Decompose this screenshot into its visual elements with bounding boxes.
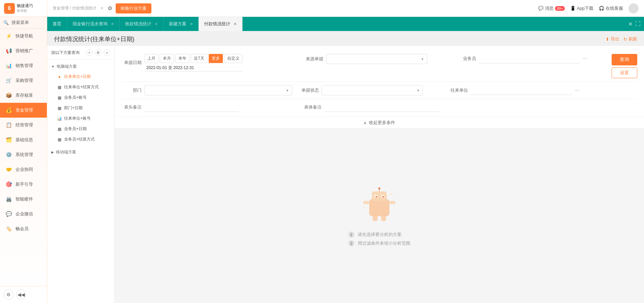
sidebar-item-finance[interactable]: 💰 资金管理 [0,103,47,118]
topbar-settings-icon[interactable]: ⚙ [108,5,112,11]
sidebar-item-inventory[interactable]: 📦 库存核算 [0,88,47,103]
date-range-input[interactable] [144,64,242,71]
sidebar-item-hardware[interactable]: 🖨️ 智能硬件 [0,192,47,207]
salesperson-filter: 业务员 ··· [456,54,602,63]
tab-collection-close[interactable]: ✕ [155,22,158,26]
svg-point-13 [394,197,395,198]
svg-rect-11 [381,214,386,221]
sidebar-item-guide[interactable]: 🎯 新手引导 [0,177,47,192]
sidebar-item-purchase[interactable]: 🛒 采购管理 [0,73,47,88]
messages-btn[interactable]: 💬 消息 99+ [538,5,565,11]
sidebar-label: 智能硬件 [16,196,33,202]
date-this-year-btn[interactable]: 本年 [175,54,189,63]
sidebar-item-sales[interactable]: 📊 销售管理 [0,58,47,73]
scheme-group-mobile-title[interactable]: ▶ 移动端方案 [47,147,114,157]
collapse-icon: « [106,51,108,55]
sidebar-item-cooperation[interactable]: 🤝 企业协同 [0,162,47,177]
online-service-btn[interactable]: 🎧 在线客服 [599,5,623,11]
app-download-label: App下载 [577,5,593,11]
header-note-input[interactable] [144,102,239,112]
doc-status-select[interactable]: ▼ [322,85,423,95]
tab-home[interactable]: 首页 [47,17,67,31]
tabbar-right: ✕ ⛶ [625,17,644,31]
quick-nav-icon: ⚡ [5,33,12,39]
dept-select[interactable]: ▼ [144,85,292,95]
empty-hints: 1 请先选择要分析的方案 2 用过滤条件来缩小分析范围 [348,232,410,246]
settings-bottom-btn[interactable]: ⚙ [3,290,13,300]
app-download-btn[interactable]: 📱 App下载 [570,5,593,11]
query-btn[interactable]: 查询 [612,54,637,65]
header-note-filter: 表头备注 [121,102,295,112]
tab-collection-stats[interactable]: 收款情况统计 ✕ [120,17,164,31]
svg-rect-0 [369,199,389,216]
group-label: 电脑端方案 [57,64,77,69]
scheme-item-dept-date[interactable]: ▦ 部门+日期 [47,103,114,113]
export-btn[interactable]: ⬆ 导出 [606,36,619,42]
scheme-item-partner-account[interactable]: 📊 往来单位+账号 [47,113,114,124]
date-custom-btn[interactable]: 自定义 [224,54,242,63]
date-last-month-btn[interactable]: 上月 [144,54,158,63]
sidebar-label: 销售管理 [16,63,33,69]
partner-dots[interactable]: ··· [575,87,579,93]
sidebar-item-marketing[interactable]: 📢 营销推广 [0,43,47,58]
tab-bank-flow-close[interactable]: ✕ [111,22,114,26]
sidebar-item-basic-info[interactable]: 🗂️ 基础信息 [0,132,47,147]
close-all-tabs-btn[interactable]: ✕ [628,21,633,27]
tab-payment-stats[interactable]: 付款情况统计 ✕ [199,17,242,31]
app-version: 标准版 [17,8,33,13]
industry-btn[interactable]: 体验行业方案 [116,3,151,13]
filter-settings-btn[interactable]: 设置 [612,67,637,78]
tab-new-plan[interactable]: 新建方案 ✕ [164,17,199,31]
partner-input[interactable] [471,86,572,95]
scheme-group-desktop-title[interactable]: ▼ 电脑端方案 [47,62,114,71]
logo-icon: 6 [4,3,15,14]
scheme-header: 按以下方案查询 + ⚙ « [47,46,114,60]
date-7days-btn[interactable]: 近7天 [191,54,207,63]
sidebar-item-member[interactable]: 🏷️ 畅会员 [0,221,47,236]
svg-point-4 [376,196,377,198]
collapse-filter-btn[interactable]: ∧ 收起更多条件 [115,117,644,128]
fullscreen-btn[interactable]: ⛶ [635,21,641,27]
scheme-item-salesperson-date[interactable]: ▦ 业务员+日期 [47,124,114,134]
source-select[interactable]: ▼ [326,54,427,64]
sidebar-item-operations[interactable]: 📋 经营管理 [0,118,47,132]
messages-label: 消息 [545,5,554,11]
scheme-label: 业务员+账号 [64,95,87,100]
search-label: 搜索菜单 [11,20,29,26]
sidebar-label: 经营管理 [16,122,33,128]
refresh-btn[interactable]: ↻ 刷新 [623,36,637,42]
user-avatar[interactable] [628,3,639,13]
collapse-sidebar-btn[interactable]: ◀◀ [16,290,26,300]
body-note-input[interactable] [324,102,439,112]
scheme-settings-btn[interactable]: ⚙ [95,49,101,56]
online-service-label: 在线客服 [606,5,623,11]
collapse-arrow-icon: ∧ [363,120,367,125]
inventory-icon: 📦 [5,92,12,99]
tab-payment-stats-close[interactable]: ✕ [234,22,237,26]
topbar-left: 资金管理 / 付款情况统计 ▼ ⚙ 体验行业方案 [53,3,151,13]
search-menu[interactable]: 🔍 搜索菜单 [0,17,47,29]
sidebar-item-system[interactable]: ⚙️ 系统管理 [0,147,47,162]
date-this-month-btn[interactable]: 本月 [160,54,174,63]
finance-icon: 💰 [5,107,12,114]
doc-status-filter: 单据状态 ▼ [299,85,441,95]
scheme-label: 业务员+结算方式 [64,137,95,142]
scheme-item-salesperson-account[interactable]: ▦ 业务员+账号 [47,92,114,103]
scheme-item-salesperson-settlement[interactable]: ▦ 业务员+结算方式 [47,134,114,145]
scheme-item-partner-settlement[interactable]: ▦ 往来单位+结算方式 [47,82,114,92]
tab-home-label: 首页 [53,21,61,27]
svg-point-12 [390,193,392,195]
salesperson-dots[interactable]: ··· [583,56,587,62]
dropdown-arrow-icon[interactable]: ▼ [100,6,104,11]
sidebar-item-quick-nav[interactable]: ⚡ 快捷导航 [0,29,47,43]
collapse-scheme-btn[interactable]: « [104,49,110,56]
date-more-btn[interactable]: 更多 [209,54,223,63]
salesperson-input[interactable] [479,54,580,63]
add-scheme-btn[interactable]: + [86,49,93,56]
page-actions: ⬆ 导出 ↻ 刷新 [606,36,637,42]
tab-new-plan-close[interactable]: ✕ [190,22,193,26]
sidebar-item-wechat[interactable]: 💬 企业微信 [0,207,47,221]
scheme-item-partner-date[interactable]: ● 往来单位+日期 [47,71,114,82]
tab-bank-flow[interactable]: 现金银行流水查询 ✕ [67,17,120,31]
scheme-icon: ▦ [57,105,62,111]
